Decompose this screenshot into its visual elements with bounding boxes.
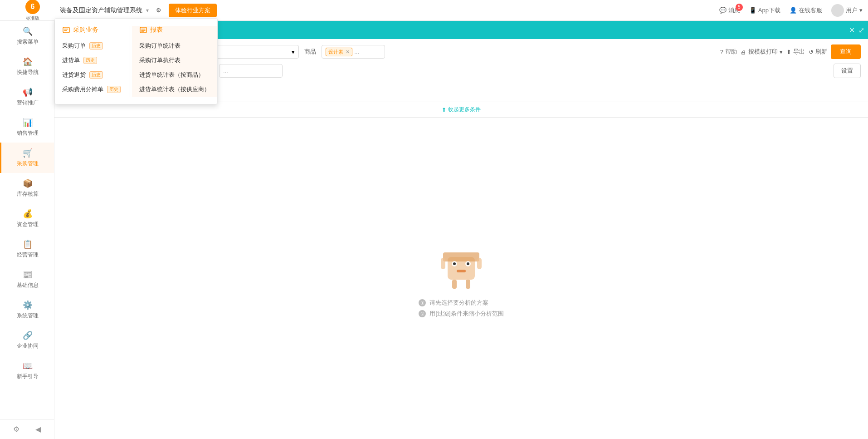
- refresh-link[interactable]: ↺ 刷新: [809, 48, 827, 56]
- system-icon: ⚙️: [23, 300, 33, 310]
- svg-rect-11: [452, 280, 457, 289]
- purchase-section: 采购业务 采购订单 历史 进货单 历史 进货退货 历史 采购费用分摊单 历史: [55, 26, 128, 97]
- sidebar-item-quick-nav[interactable]: 🏠 快捷导航: [0, 51, 54, 82]
- print-link[interactable]: 🖨 按模板打印 ▾: [741, 48, 783, 56]
- sidebar-label-guide: 新手引导: [17, 373, 39, 380]
- phone-icon: 📱: [749, 7, 756, 14]
- goods-label: 商品: [304, 48, 316, 56]
- report-section-title: 报表: [139, 26, 210, 34]
- goods-filter[interactable]: 设计素 ✕ ...: [322, 45, 385, 59]
- purchase-section-title: 采购业务: [62, 26, 121, 34]
- system-dropdown-arrow[interactable]: ▾: [146, 7, 149, 14]
- system-title: 装备及固定资产辅助管理系统: [60, 6, 142, 15]
- sidebar-label-operations: 经营管理: [17, 251, 39, 259]
- refresh-icon: ↺: [809, 49, 814, 55]
- sidebar-item-finance[interactable]: 💰 资金管理: [0, 203, 54, 234]
- purchase-order-history-badge: 历史: [89, 42, 103, 49]
- sidebar-item-guide[interactable]: 📖 新手引导: [0, 355, 54, 386]
- svg-rect-3: [443, 252, 479, 261]
- hint-dot-1: ①: [419, 299, 426, 306]
- svg-rect-9: [441, 258, 445, 269]
- export-link[interactable]: ⬆ 导出: [786, 48, 805, 56]
- user-avatar: [831, 4, 844, 17]
- sidebar-item-operations[interactable]: 📋 经营管理: [0, 234, 54, 264]
- collapse-bar[interactable]: ⬆ 收起更多条件: [54, 102, 868, 118]
- goods-tag-close[interactable]: ✕: [346, 49, 350, 54]
- svg-rect-8: [457, 270, 466, 272]
- logo-area: 6 标准版: [5, 0, 60, 21]
- dropdown-item-purchase-order-stats[interactable]: 采购订单统计表: [139, 39, 210, 53]
- guide-icon: 📖: [23, 361, 33, 371]
- query-btn[interactable]: 查询: [831, 44, 861, 59]
- svg-rect-13: [63, 27, 69, 33]
- sidebar-label-system: 系统管理: [17, 312, 39, 320]
- export-icon: ⬆: [786, 49, 791, 55]
- sidebar-item-inventory[interactable]: 📦 库存核算: [0, 173, 54, 203]
- system-gear-icon[interactable]: ⚙: [152, 4, 165, 17]
- empty-state: ① 请先选择要分析的方案 ② 用[过滤]条件来缩小分析范围: [54, 118, 868, 439]
- home-icon: 🏠: [23, 57, 33, 67]
- sidebar-item-purchase[interactable]: 🛒 采购管理: [0, 143, 54, 173]
- purchase-icon: 🛒: [23, 148, 33, 158]
- sidebar-item-sales[interactable]: 📊 销售管理: [0, 112, 54, 143]
- hint-dot-2: ②: [419, 310, 426, 317]
- user-label: 用户: [846, 6, 858, 15]
- empty-illustration: [434, 239, 488, 293]
- message-btn[interactable]: 💬 消息 5: [719, 6, 740, 15]
- logo-icon: 6: [25, 0, 40, 14]
- dropdown-item-expense[interactable]: 采购费用分摊单 历史: [62, 82, 121, 97]
- tab-fullscreen-icon[interactable]: ⤢: [858, 26, 864, 35]
- incoming-order-history-badge: 历史: [83, 57, 97, 64]
- sidebar-item-search[interactable]: 🔍 搜索菜单: [0, 21, 54, 51]
- sidebar-item-enterprise[interactable]: 🔗 企业协同: [0, 325, 54, 355]
- inventory-icon: 📦: [23, 178, 33, 188]
- collapse-label: 收起更多条件: [448, 106, 481, 113]
- empty-hint-1: ① 请先选择要分析的方案: [419, 299, 503, 307]
- purchase-section-icon: [62, 26, 70, 34]
- sidebar-item-marketing[interactable]: 📢 营销推广: [0, 82, 54, 112]
- service-icon: 👤: [790, 7, 797, 14]
- sidebar-item-basic-info[interactable]: 📰 基础信息: [0, 264, 54, 295]
- logo-subtitle: 标准版: [26, 15, 39, 21]
- doc-status-arrow: ▾: [292, 49, 295, 55]
- goods-tag: 设计素 ✕: [326, 48, 352, 56]
- sidebar-label-marketing: 营销推广: [17, 99, 39, 107]
- svg-rect-12: [466, 280, 470, 289]
- marketing-icon: 📢: [23, 87, 33, 97]
- dropdown-item-purchase-order[interactable]: 采购订单 历史: [62, 39, 121, 53]
- app-download-btn[interactable]: 📱 App下载: [749, 6, 780, 15]
- help-link[interactable]: ? 帮助: [720, 48, 737, 56]
- user-btn[interactable]: 用户 ▾: [831, 4, 863, 17]
- collapse-up-icon: ⬆: [442, 107, 446, 113]
- sidebar-label-search: 搜索菜单: [17, 38, 39, 46]
- sidebar-item-system[interactable]: ⚙️ 系统管理: [0, 295, 54, 325]
- setting-btn-area: 设置: [834, 64, 861, 78]
- return-label: 进货退货: [62, 71, 86, 79]
- empty-hints: ① 请先选择要分析的方案 ② 用[过滤]条件来缩小分析范围: [419, 299, 503, 318]
- svg-point-7: [467, 262, 469, 265]
- dropdown-item-purchase-order-exec[interactable]: 采购订单执行表: [139, 53, 210, 68]
- return-history-badge: 历史: [89, 71, 103, 79]
- salesperson-filter[interactable]: ...: [219, 64, 283, 78]
- user-dropdown-arrow: ▾: [859, 7, 863, 14]
- dropdown-item-return[interactable]: 进货退货 历史: [62, 68, 121, 82]
- svg-text:6: 6: [31, 3, 35, 10]
- dropdown-item-incoming-stats-goods[interactable]: 进货单统计表（按商品）: [139, 68, 210, 82]
- online-service-btn[interactable]: 👤 在线客服: [790, 6, 822, 15]
- sales-icon: 📊: [23, 118, 33, 128]
- search-icon: 🔍: [23, 26, 33, 36]
- setting-btn[interactable]: 设置: [834, 64, 861, 78]
- tab-close-all-icon[interactable]: ✕: [849, 26, 855, 35]
- industry-btn[interactable]: 体验行业方案: [169, 4, 217, 17]
- system-title-area: 装备及固定资产辅助管理系统 ▾ ⚙ 体验行业方案: [60, 4, 719, 17]
- settings-bottom-icon[interactable]: ⚙: [13, 425, 20, 434]
- enterprise-icon: 🔗: [23, 330, 33, 340]
- salesperson-more-dots[interactable]: ...: [223, 68, 228, 74]
- dropdown-item-incoming-order[interactable]: 进货单 历史: [62, 53, 121, 68]
- dropdown-item-incoming-stats-supplier[interactable]: 进货单统计表（按供应商）: [139, 82, 210, 97]
- sidebar-label-enterprise: 企业协同: [17, 342, 39, 350]
- collapse-sidebar-icon[interactable]: ◀: [35, 425, 41, 434]
- goods-more-dots[interactable]: ...: [354, 49, 359, 55]
- empty-hint-2: ② 用[过滤]条件来缩小分析范围: [419, 310, 503, 318]
- toolbar-right: ? 帮助 🖨 按模板打印 ▾ ⬆ 导出 ↺ 刷新: [720, 44, 861, 59]
